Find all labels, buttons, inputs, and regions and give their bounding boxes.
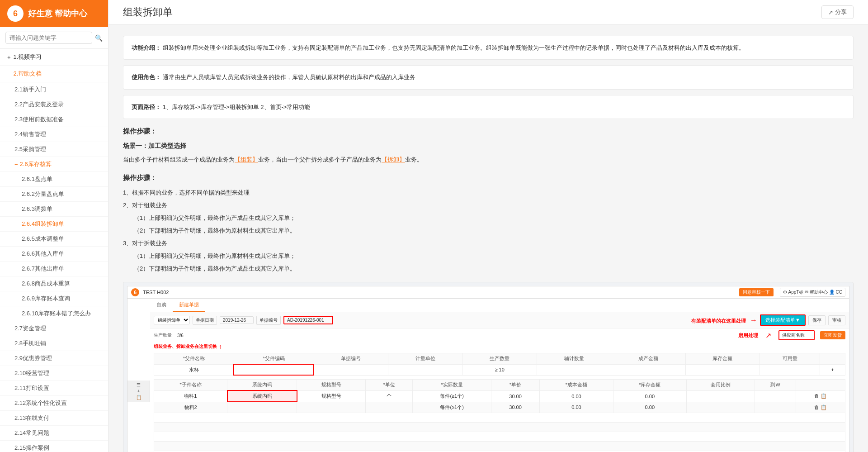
mock-icons: ⚙ AppT标 ✉ 帮助中心 👤 CC bbox=[780, 288, 845, 297]
sidebar-item-costcalc[interactable]: 2.6.8商品成本重算 bbox=[0, 276, 108, 291]
parent-table-header-row: *父件名称 *父件编码 单据编号 计量单位 生产数量 辅计数量 成产金额 bbox=[154, 353, 845, 365]
mock-form-row: 生产数量 3/6 启用处理 ↗ 供应商名称 立即发货 bbox=[150, 328, 849, 342]
scene1-desc: 当由多个子件材料组装成一个成品的业务为【组装】业务，当由一个父件拆分成多个子产品… bbox=[123, 154, 854, 166]
mock-confirm-btn[interactable]: 立即发货 bbox=[820, 331, 845, 339]
search-input[interactable] bbox=[5, 32, 92, 44]
sidebar-item-otherin[interactable]: 2.6.6其他入库单 bbox=[0, 247, 108, 262]
mock-process-btn[interactable]: 同意审核一下 bbox=[739, 288, 774, 296]
child-price-2: 30.00 bbox=[491, 402, 539, 413]
sidebar-item-docs[interactable]: − 2.帮助文档 bbox=[0, 66, 108, 82]
sidebar-item-data[interactable]: 2.3使用前数据准备 bbox=[0, 112, 108, 127]
sidebar-item-sales[interactable]: 2.4销售管理 bbox=[0, 127, 108, 142]
sidebar-item-faq[interactable]: 2.14常见问题 bbox=[0, 426, 108, 441]
annotation1-arrow: → bbox=[750, 316, 757, 324]
sidebar-item-print[interactable]: 2.11打印设置 bbox=[0, 381, 108, 396]
mock-side-icon1[interactable]: ☰ bbox=[129, 382, 148, 387]
child-act-1[interactable]: 🗑 📋 bbox=[796, 390, 845, 402]
mock-doc-no-value[interactable]: AD-20191226-001 bbox=[283, 316, 333, 324]
child-table-container: *子件名称 系统内码 规格型号 *单位 *实际数量 *单价 *成本金额 bbox=[150, 377, 849, 452]
child-ratio-1 bbox=[687, 390, 755, 402]
parent-code-cell[interactable] bbox=[234, 364, 314, 375]
sidebar-item-partialinv[interactable]: 2.6.2分量盘点单 bbox=[0, 187, 108, 202]
child-spec-2 bbox=[297, 402, 366, 413]
main-header: 组装拆卸单 ↗ 分享 bbox=[108, 0, 868, 25]
sidebar-header: 6 好生意 帮助中心 bbox=[0, 0, 108, 27]
sidebar-item-finance[interactable]: 2.7资金管理 bbox=[0, 321, 108, 336]
child-cost-2: 0.00 bbox=[540, 402, 613, 413]
logo-icon: 6 bbox=[7, 5, 24, 22]
child-name-1: 物料1 bbox=[154, 390, 227, 402]
mock-doc-date-value[interactable]: 2019-12-26 bbox=[220, 316, 254, 324]
mock-supplier-field[interactable]: 供应商名称 bbox=[778, 330, 815, 340]
sidebar-item-invfix[interactable]: 2.6.10库存账本错了怎么办 bbox=[0, 306, 108, 321]
share-button[interactable]: ↗ 分享 bbox=[821, 5, 854, 19]
parent-invamt-cell bbox=[685, 364, 760, 375]
parent-prodamt-cell bbox=[611, 364, 685, 375]
sidebar-item-costadj[interactable]: 2.6.5成本调整单 bbox=[0, 232, 108, 247]
content-area: 功能介绍： 组装拆卸单用来处理企业组装或拆卸等加工业务，支持有固定装配清单的产品… bbox=[108, 25, 868, 452]
sidebar-item-stocktake[interactable]: 2.6.1盘点单 bbox=[0, 172, 108, 187]
annotation3-arrow: ↗ bbox=[765, 331, 771, 340]
parent-unit-cell bbox=[388, 364, 462, 375]
sidebar-item-cases[interactable]: 2.15操作案例 bbox=[0, 441, 108, 452]
sidebar-item-adjust[interactable]: 2.6.3调拨单 bbox=[0, 202, 108, 217]
child-cost-1: 0.00 bbox=[540, 390, 613, 402]
step-1: 1、根据不同的业务，选择不同单据的类型来处理 bbox=[123, 187, 854, 199]
mock-tabs: 自购 新建单据 bbox=[150, 299, 849, 312]
intro-label: 功能介绍： bbox=[132, 44, 161, 51]
mock-side-icon3[interactable]: 📋 bbox=[129, 395, 148, 400]
child-col-name: *子件名称 bbox=[154, 380, 227, 391]
child-inv-2: 0.00 bbox=[613, 402, 686, 413]
child-col-ratio: 套用比例 bbox=[687, 380, 755, 391]
mock-tab-purchase[interactable]: 自购 bbox=[150, 299, 173, 312]
mock-action-btn2[interactable]: 审核 bbox=[828, 315, 845, 325]
sidebar-item-assembly[interactable]: 2.6.4组装拆卸单 bbox=[0, 217, 108, 232]
mock-teal-btn[interactable]: 选择装配清单▼ bbox=[760, 314, 806, 326]
mock-action-btn1[interactable]: 保存 bbox=[808, 315, 826, 325]
sidebar: 6 好生意 帮助中心 🔍 + 1.视频学习 − 2.帮助文档 2.1新手入门 2… bbox=[0, 0, 108, 452]
child-col-w: 到W bbox=[755, 380, 796, 391]
child-syscode-1[interactable]: 系统内码 bbox=[227, 390, 297, 402]
mock-side-icon2[interactable]: + bbox=[129, 389, 148, 394]
child-spec-1: 规格型号 bbox=[297, 390, 366, 402]
sidebar-item-otherout[interactable]: 2.6.7其他出库单 bbox=[0, 262, 108, 276]
child-row-1: 物料1 系统内码 规格型号 个 每件(≥1个) 30.00 0.00 bbox=[154, 390, 845, 402]
parent-col-name: *父件名称 bbox=[154, 353, 234, 365]
sidebar-item-mobile[interactable]: 2.8手机旺铺 bbox=[0, 336, 108, 351]
sidebar-item-new[interactable]: 2.1新手入门 bbox=[0, 82, 108, 97]
sidebar-item-settings[interactable]: 2.12系统个性化设置 bbox=[0, 396, 108, 411]
mock-form-count-label: 生产数量 bbox=[154, 332, 172, 338]
child-act-2[interactable]: 🗑 📋 bbox=[796, 402, 845, 413]
sidebar-item-invcheck[interactable]: 2.6.9库存账本查询 bbox=[0, 291, 108, 306]
annotation1-container: 有装配清单的在这里处理 → bbox=[691, 316, 757, 324]
sidebar-item-coupon[interactable]: 2.9优惠券管理 bbox=[0, 351, 108, 366]
nav-list: + 1.视频学习 − 2.帮助文档 2.1新手入门 2.2产品安装及登录 2.3… bbox=[0, 49, 108, 452]
sidebar-item-payment[interactable]: 2.13在线支付 bbox=[0, 411, 108, 426]
parent-table: *父件名称 *父件编码 单据编号 计量单位 生产数量 辅计数量 成产金额 bbox=[154, 353, 845, 376]
child-w-2 bbox=[755, 402, 796, 413]
path-text: 1、库存核算->库存管理->组装拆卸单 2、首页->常用功能 bbox=[163, 104, 311, 110]
child-row-2: 物料2 每件(≥1个) 30.00 0.00 0.00 bbox=[154, 402, 845, 413]
child-col-costamt: *成本金额 bbox=[540, 380, 613, 391]
mock-type-select[interactable]: 组装拆卸单 其他出库单 bbox=[154, 316, 190, 324]
main-area: 组装拆卸单 ↗ 分享 功能介绍： 组装拆卸单用来处理企业组装或拆卸等加工业务，支… bbox=[108, 0, 868, 452]
sidebar-item-operations[interactable]: 2.10经营管理 bbox=[0, 366, 108, 381]
parent-action-cell[interactable]: + bbox=[820, 364, 845, 375]
parent-col-unit: 计量单位 bbox=[388, 353, 462, 365]
child-inv-1: 0.00 bbox=[613, 390, 686, 402]
mock-tab-new[interactable]: 新建单据 bbox=[173, 299, 205, 312]
parent-docno-cell bbox=[314, 364, 388, 375]
parent-table-container: *父件名称 *父件编码 单据编号 计量单位 生产数量 辅计数量 成产金额 bbox=[150, 351, 849, 377]
role-box: 使用角色： 通常由生产人员或库管人员完成拆装业务的操作，库管人员确认原材料的出库… bbox=[123, 65, 854, 89]
ops-steps-label: 操作步骤： bbox=[123, 174, 854, 182]
child-row-4 bbox=[154, 422, 845, 432]
role-label: 使用角色： bbox=[132, 74, 161, 81]
sidebar-item-video[interactable]: + 1.视频学习 bbox=[0, 49, 108, 66]
intro-box: 功能介绍： 组装拆卸单用来处理企业组装或拆卸等加工业务，支持有固定装配清单的产品… bbox=[123, 36, 854, 60]
parent-col-code: *父件编码 bbox=[234, 353, 314, 365]
sidebar-item-install[interactable]: 2.2产品安装及登录 bbox=[0, 97, 108, 112]
step-3-2: （2）下部明细为子件明细，最终作为产成品生成其它入库单。 bbox=[123, 263, 854, 275]
search-icon[interactable]: 🔍 bbox=[95, 34, 103, 42]
sidebar-item-purchase[interactable]: 2.5采购管理 bbox=[0, 142, 108, 157]
sidebar-item-inventory[interactable]: − 2.6库存核算 bbox=[0, 157, 108, 172]
